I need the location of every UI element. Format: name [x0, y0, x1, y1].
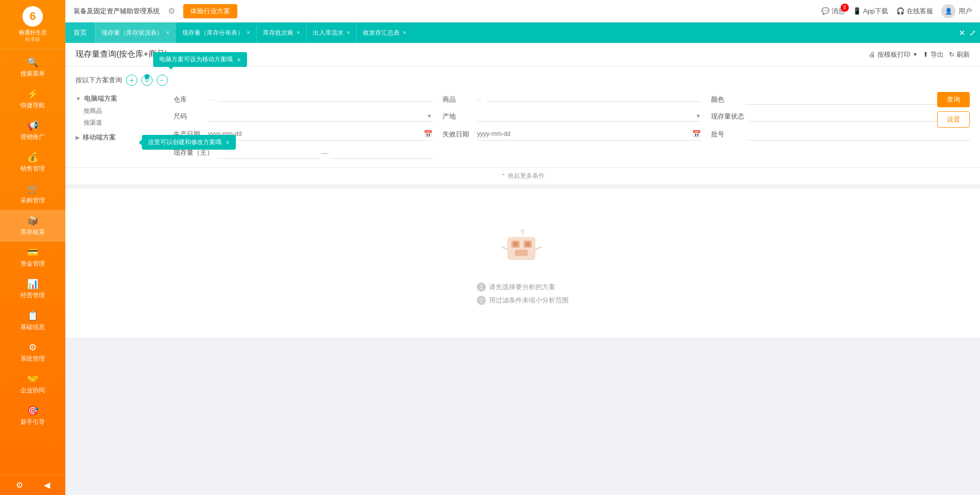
tab-inventory-status[interactable]: 现存量（库存状况表） × — [95, 22, 176, 43]
logo-text: 畅通好生意 — [19, 29, 47, 36]
empty-hint-2: 2 用过滤条件来缩小分析范围 — [477, 294, 569, 307]
hint2-num: 2 — [477, 296, 486, 305]
sidebar-item-marketing[interactable]: 📢 营销推广 — [0, 115, 65, 147]
print-label: 按模板打印 — [877, 50, 911, 59]
print-dropdown-icon: ▼ — [913, 52, 918, 57]
collapse-sidebar-icon[interactable]: ◀ — [44, 480, 50, 490]
user-label: 用户 — [959, 7, 972, 16]
user-menu[interactable]: 👤 用户 — [941, 4, 972, 18]
sidebar-item-purchase[interactable]: 🛒 采购管理 — [0, 178, 65, 210]
tab-home[interactable]: 首页 — [65, 22, 95, 43]
filter-header: 按以下方案查询 + ↻ ← 电脑方案可设为移动方案哦 × — [76, 75, 970, 86]
filter-back-button[interactable]: ← — [157, 75, 168, 86]
sidebar-item-label: 经营管理 — [20, 291, 45, 300]
logo-icon: 6 — [22, 6, 43, 27]
sidebar-item-basic[interactable]: 📋 基础信息 — [0, 305, 65, 337]
tab-collect-send[interactable]: 收发存汇总表 × — [356, 22, 412, 43]
pc-scheme-item[interactable]: ▼ 电脑端方案 — [76, 92, 970, 105]
chart-icon: 📊 — [27, 278, 38, 290]
topbar-gear-icon[interactable]: ⚙ — [168, 6, 175, 16]
tab-inventory-dist[interactable]: 现存量（库存分布表） × — [176, 22, 256, 43]
refresh-label: 刷新 — [957, 50, 970, 59]
trial-button[interactable]: 体验行业方案 — [183, 4, 237, 18]
refresh-icon: ↻ — [949, 51, 954, 58]
sidebar-item-quick-nav[interactable]: ⚡ 快捷导航 — [0, 83, 65, 115]
sidebar-item-enterprise[interactable]: 🤝 企业协同 — [0, 368, 65, 400]
sidebar-item-label: 资金管理 — [20, 260, 45, 268]
clipboard-icon: 📋 — [27, 310, 38, 321]
setup-button[interactable]: 设置 — [937, 111, 970, 128]
printer-icon: 🖨 — [869, 51, 875, 58]
sidebar-nav: 🔍 搜索菜单 ⚡ 快捷导航 📢 营销推广 💰 销售管理 🛒 采购管理 📦 库存核… — [0, 50, 65, 475]
tab-close-icon[interactable]: × — [247, 29, 250, 36]
tab-close-icon[interactable]: × — [403, 29, 406, 36]
content-area: 现存量查询(按仓库+商品) 🖨 按模板打印 ▼ ⬆ 导出 ↻ 刷新 — [65, 43, 980, 495]
sidebar-item-label: 基础信息 — [20, 323, 45, 332]
tooltip2-close-icon[interactable]: × — [226, 138, 230, 147]
tab-label: 库存批次账 — [263, 29, 293, 37]
range-dash: — — [322, 149, 328, 157]
empty-text: 1 请先选择要分析的方案 2 用过滤条件来缩小分析范围 — [477, 280, 569, 307]
tooltip1-close-icon[interactable]: × — [237, 56, 241, 64]
filter-refresh-button[interactable]: ↻ — [141, 75, 153, 86]
export-button[interactable]: ⬆ 导出 — [923, 50, 944, 59]
print-button[interactable]: 🖨 按模板打印 ▼ — [869, 50, 918, 59]
sidebar-item-search[interactable]: 🔍 搜索菜单 — [0, 52, 65, 83]
sidebar-bottom: ⚙ ◀ — [0, 475, 65, 495]
filter-action-buttons: 查询 设置 — [937, 92, 970, 128]
headset-icon: 🎧 — [896, 7, 904, 15]
gear-icon: ⚙ — [29, 342, 37, 353]
tab-close-icon[interactable]: × — [297, 29, 300, 36]
tooltip-create-scheme: 这里可以创建和修改方案哦 × — [142, 135, 236, 150]
sidebar-item-system[interactable]: ⚙ 系统管理 — [0, 337, 65, 368]
sidebar-item-label: 营销推广 — [20, 133, 45, 142]
page-actions: 🖨 按模板打印 ▼ ⬆ 导出 ↻ 刷新 — [869, 50, 970, 59]
sidebar-item-sales[interactable]: 💰 销售管理 — [0, 147, 65, 178]
sidebar-item-operations[interactable]: 📊 经营管理 — [0, 273, 65, 305]
tabs-bar: 首页 现存量（库存状况表） × 现存量（库存分布表） × 库存批次账 × 出入库… — [65, 22, 980, 43]
tabs-close-all-icon[interactable]: ✕ — [959, 28, 965, 38]
sub-item-label: 按渠道 — [84, 119, 102, 127]
tab-batch-ledger[interactable]: 库存批次账 × — [256, 22, 306, 43]
stock-qty-range: — — [217, 147, 432, 159]
sidebar-item-finance[interactable]: 💳 资金管理 — [0, 242, 65, 273]
sidebar-item-label: 采购管理 — [20, 196, 45, 205]
card-icon: 💳 — [27, 247, 38, 258]
refresh-button[interactable]: ↻ 刷新 — [949, 50, 970, 59]
sidebar-item-guide[interactable]: 🎯 新手引导 — [0, 400, 65, 432]
tabs-maximize-icon[interactable]: ⤢ — [969, 28, 976, 38]
scheme-by-goods[interactable]: 按商品 — [84, 105, 970, 117]
main-area: 装备及固定资产辅助管理系统 ⚙ 体验行业方案 💬 消息 8 📱 App下载 🎧 … — [65, 0, 980, 495]
svg-point-5 — [526, 242, 530, 246]
scheme-tree: ▼ 电脑端方案 按商品 按渠道 这里可以创建和修改方案哦 × — [76, 92, 970, 144]
tab-in-out-flow[interactable]: 出入库流水 × — [306, 22, 356, 43]
sidebar-item-label: 快捷导航 — [20, 101, 45, 110]
svg-rect-0 — [507, 237, 535, 260]
tab-close-icon[interactable]: × — [166, 29, 169, 36]
lightning-icon: ⚡ — [27, 88, 38, 100]
target-icon: 🎯 — [27, 405, 38, 416]
box-icon: 📦 — [27, 215, 38, 226]
sidebar-item-label: 库存核算 — [20, 228, 45, 237]
settings-bottom-icon[interactable]: ⚙ — [16, 480, 23, 490]
filter-label: 按以下方案查询 — [76, 76, 122, 85]
service-button[interactable]: 🎧 在线客服 — [896, 7, 933, 16]
message-button[interactable]: 💬 消息 8 — [821, 7, 845, 16]
export-label: 导出 — [930, 50, 944, 59]
scheme-by-channel[interactable]: 按渠道 — [84, 117, 970, 129]
search-button[interactable]: 查询 — [937, 92, 970, 107]
tab-close-icon[interactable]: × — [347, 29, 350, 36]
stock-qty-max[interactable] — [330, 147, 432, 159]
app-download-button[interactable]: 📱 App下载 — [853, 7, 888, 16]
sidebar-item-inventory[interactable]: 📦 库存核算 — [0, 210, 65, 242]
chevron-down-icon: ▼ — [76, 96, 81, 102]
filter-add-button[interactable]: + — [126, 75, 137, 86]
phone-icon: 📱 — [853, 7, 861, 15]
sidebar: 6 畅通好生意 标准版 🔍 搜索菜单 ⚡ 快捷导航 📢 营销推广 💰 销售管理 … — [0, 0, 65, 495]
handshake-icon: 🤝 — [27, 373, 38, 385]
cart-icon: 🛒 — [27, 183, 38, 195]
svg-point-4 — [513, 242, 518, 246]
pc-scheme-label: 电脑端方案 — [84, 94, 117, 103]
collapse-bar[interactable]: ⌃ 收起更多条件 — [65, 168, 980, 184]
dot-indicator — [144, 74, 150, 79]
